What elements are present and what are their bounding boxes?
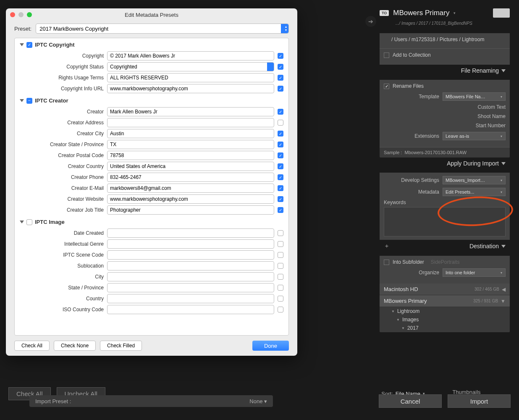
section-checkbox-image[interactable]	[26, 219, 32, 225]
rights-usage-input[interactable]	[107, 73, 274, 82]
copyright-status-select[interactable]: Copyrighted	[107, 62, 274, 71]
creator-city-label: Creator City	[20, 131, 104, 136]
row-checkbox[interactable]	[278, 230, 283, 236]
chevron-down-icon	[501, 162, 506, 165]
drive-row-mbowers[interactable]: MBowers Primary325 / 931 GB▼	[380, 295, 510, 307]
develop-settings-dropdown[interactable]: MBowers_Import…	[443, 176, 506, 184]
intellectual-genre-input[interactable]	[107, 239, 274, 249]
extensions-label: Extensions	[414, 133, 439, 139]
city-input[interactable]	[107, 272, 274, 281]
creator-postal-label: Creator Postal Code	[20, 152, 104, 158]
into-subfolder-checkbox[interactable]	[384, 260, 389, 265]
row-checkbox[interactable]	[278, 307, 283, 312]
creator-phone-input[interactable]	[107, 173, 274, 182]
rename-files-checkbox[interactable]	[384, 84, 389, 89]
row-checkbox[interactable]	[278, 252, 283, 258]
organize-dropdown[interactable]: Into one folder	[443, 268, 506, 277]
import-right-panel: TO MBowers Primary ▾ .../ Images / 2017 …	[380, 8, 510, 332]
tree-item-2017[interactable]: ▼2017	[380, 324, 510, 332]
section-checkbox-copyright[interactable]: ✓	[26, 42, 32, 48]
add-collection-checkbox[interactable]	[384, 52, 389, 58]
metadata-dropdown[interactable]: Edit Presets...	[443, 188, 506, 196]
country-input[interactable]	[107, 294, 274, 303]
row-checkbox[interactable]	[278, 285, 283, 291]
date-created-input[interactable]	[107, 228, 274, 238]
creator-input[interactable]	[107, 107, 274, 116]
section-checkbox-creator[interactable]: −	[26, 98, 32, 104]
country-label: Country	[20, 296, 104, 302]
apply-during-import-header[interactable]: Apply During Import	[380, 158, 510, 169]
row-checkbox[interactable]: ✓	[278, 64, 283, 70]
row-checkbox[interactable]: ✓	[278, 152, 283, 158]
rename-files-label: Rename Files	[393, 83, 424, 89]
tree-item-images[interactable]: ▼Images	[380, 315, 510, 324]
state-province-label: State / Province	[20, 285, 104, 291]
preset-label: Preset:	[14, 26, 31, 32]
row-checkbox[interactable]: ✓	[278, 174, 283, 180]
creator-website-input[interactable]	[107, 194, 274, 204]
template-dropdown[interactable]: MBowers File Na…	[443, 92, 506, 101]
import-preset-dropdown[interactable]: Import Preset : None ▾	[29, 395, 273, 407]
creator-postal-input[interactable]	[107, 151, 274, 160]
tree-item-lightroom[interactable]: ▼Lightroom	[380, 307, 510, 315]
row-checkbox[interactable]: ✓	[278, 163, 283, 169]
disclosure-icon[interactable]	[20, 43, 24, 46]
done-button[interactable]: Done	[252, 341, 289, 351]
row-checkbox[interactable]: ✓	[278, 207, 283, 213]
check-filled-button[interactable]: Check Filled	[100, 341, 142, 351]
disclosure-icon[interactable]	[20, 99, 24, 102]
creator-state-input[interactable]	[107, 140, 274, 149]
scene-code-input[interactable]	[107, 250, 274, 260]
destination-name[interactable]: MBowers Primary	[393, 9, 449, 17]
creator-city-input[interactable]	[107, 129, 274, 138]
preset-select[interactable]: 2017 MarkBowers Copyright ▴▾	[36, 24, 289, 34]
date-created-label: Date Created	[20, 230, 104, 236]
row-checkbox[interactable]	[278, 274, 283, 280]
row-checkbox[interactable]	[278, 241, 283, 247]
creator-address-input[interactable]	[107, 118, 274, 127]
copyright-url-input[interactable]	[107, 84, 274, 93]
creator-country-input[interactable]	[107, 162, 274, 171]
intellectual-genre-label: Intellectual Genre	[20, 241, 104, 247]
row-checkbox[interactable]: ✓	[278, 86, 283, 92]
creator-job-input[interactable]	[107, 205, 274, 215]
row-checkbox[interactable]: ✓	[278, 109, 283, 115]
dropdown-icon[interactable]: ▾	[453, 11, 456, 15]
row-checkbox[interactable]: ✓	[278, 75, 283, 81]
creator-email-input[interactable]	[107, 184, 274, 193]
check-none-button[interactable]: Check None	[54, 341, 96, 351]
creator-email-label: Creator E-Mail	[20, 185, 104, 191]
file-renaming-header[interactable]: File Renaming	[380, 65, 510, 76]
state-province-input[interactable]	[107, 283, 274, 292]
copyright-input[interactable]	[107, 51, 274, 60]
row-checkbox[interactable]: ✓	[278, 142, 283, 147]
plus-icon[interactable]: ＋	[384, 242, 390, 250]
develop-settings-label: Develop Settings	[401, 177, 439, 183]
arrow-indicator-icon: ➔	[365, 16, 376, 27]
edit-metadata-dialog: Edit Metadata Presets Preset: 2017 MarkB…	[6, 8, 297, 356]
disk-icon	[493, 8, 510, 18]
row-checkbox[interactable]: ✓	[278, 131, 283, 136]
template-label: Template	[419, 94, 439, 100]
check-all-button[interactable]: Check All	[14, 341, 50, 351]
sublocation-input[interactable]	[107, 261, 274, 270]
extensions-dropdown[interactable]: Leave as-is	[443, 132, 506, 140]
row-checkbox[interactable]	[278, 120, 283, 126]
keywords-input[interactable]	[384, 207, 506, 236]
row-checkbox[interactable]: ✓	[278, 196, 283, 202]
row-checkbox[interactable]: ✓	[278, 185, 283, 191]
import-button[interactable]: Import	[448, 394, 511, 408]
disclosure-icon[interactable]	[20, 220, 24, 223]
row-checkbox[interactable]	[278, 263, 283, 269]
section-title-copyright: IPTC Copyright	[35, 42, 75, 48]
creator-label: Creator	[20, 109, 104, 115]
iso-country-input[interactable]	[107, 305, 274, 314]
chevron-down-icon	[501, 245, 506, 248]
row-checkbox[interactable]: ✓	[278, 53, 283, 59]
drive-row-macintosh[interactable]: Macintosh HD302 / 465 GB◀	[380, 284, 510, 295]
row-checkbox[interactable]	[278, 296, 283, 302]
creator-job-label: Creator Job Title	[20, 207, 104, 213]
destination-header[interactable]: ＋ Destination	[380, 240, 510, 252]
custom-text-label: Custom Text	[478, 104, 506, 110]
cancel-button[interactable]: Cancel	[379, 394, 442, 408]
